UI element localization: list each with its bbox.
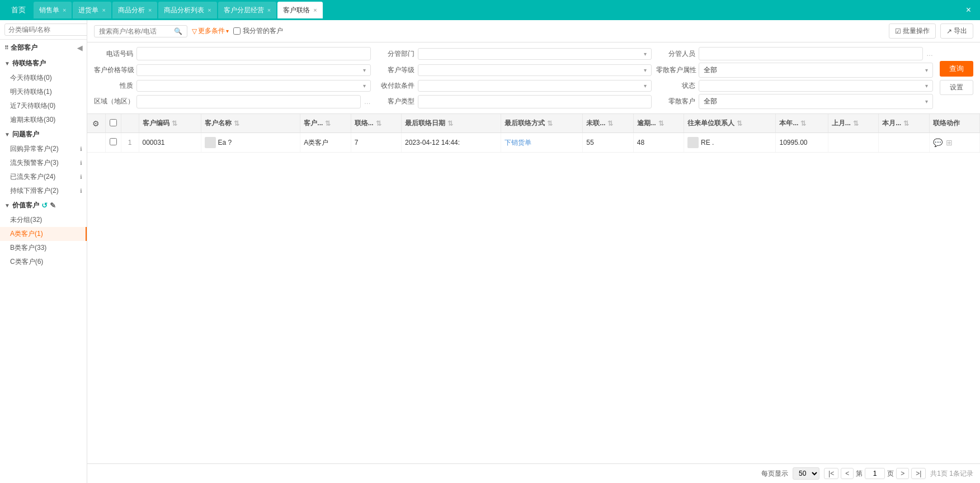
payment-select[interactable]: ▾ [418, 80, 652, 92]
tab-customer-segment[interactable]: 客户分层经营 × [218, 2, 276, 18]
tab-product-analysis-list[interactable]: 商品分析列表 × [158, 2, 216, 18]
app-close-button[interactable]: × [962, 5, 976, 15]
filter-price-level: 客户价格等级 ▾ [94, 63, 371, 78]
price-level-select[interactable]: ▾ [136, 64, 371, 76]
close-tab-sales[interactable]: × [63, 7, 66, 13]
row-type-cell: A类客户 [300, 133, 351, 153]
sidebar-item-overdue[interactable]: 逾期未联络(30) [0, 113, 87, 127]
filter-search-icon[interactable]: 🔍 [174, 27, 182, 35]
sidebar-item-ungroup[interactable]: 未分组(32) [0, 213, 87, 227]
row-code-cell: 000031 [139, 133, 201, 153]
sidebar-group-title-value[interactable]: ▼ 价值客户 ↺ ✎ [0, 198, 87, 213]
home-nav[interactable]: 首页 [4, 0, 32, 20]
sort-icon-no-contact[interactable]: ⇅ [607, 120, 613, 127]
sort-icon-overdue[interactable]: ⇅ [658, 120, 664, 127]
chat-action-icon[interactable]: 💬 [933, 138, 943, 147]
sort-icon-last-method[interactable]: ⇅ [547, 120, 553, 127]
sidebar-item-today[interactable]: 今天待联络(0) [0, 71, 87, 85]
my-customers-check-input[interactable] [233, 27, 241, 35]
close-tab-prod-analysis[interactable]: × [148, 7, 152, 13]
phone-input[interactable] [136, 47, 371, 60]
row-this-month-cell [879, 133, 929, 153]
person-more-icon[interactable]: … [926, 50, 933, 58]
chevron-down-icon: ▾ [226, 28, 229, 34]
sidebar-item-class-c[interactable]: C类客户(6) [0, 255, 87, 269]
settings-button[interactable]: 设置 [940, 80, 973, 95]
sidebar-item-churned[interactable]: 已流失客户(24) ℹ [0, 170, 87, 184]
close-tab-prod-list[interactable]: × [208, 7, 211, 13]
advanced-filter: 电话号码 分管部门 ▾ 分管人员 … [87, 42, 980, 114]
sort-icon-name[interactable]: ⇅ [234, 120, 239, 127]
tab-product-analysis[interactable]: 商品分析 × [112, 2, 157, 18]
dept-select[interactable]: ▾ [418, 48, 652, 60]
scatter-attr-select[interactable]: 全部 ▾ [699, 63, 933, 78]
col-overdue: 逾期...⇅ [633, 114, 684, 133]
export-button[interactable]: ↗ 导出 [940, 23, 973, 39]
sidebar-collapse-icon[interactable]: ◀ [77, 44, 82, 52]
batch-op-button[interactable]: ☑ 批量操作 [889, 23, 936, 39]
row-check-cell [105, 133, 121, 153]
prev-page-button[interactable]: < [841, 468, 854, 479]
sort-icon-last-month[interactable]: ⇅ [853, 120, 859, 127]
sidebar-item-class-a[interactable]: A类客户(1) [0, 227, 87, 241]
more-filters-button[interactable]: ▽ 更多条件 ▾ [192, 26, 229, 36]
filter-payment: 收付款条件 ▾ [375, 80, 652, 92]
sort-icon-visit[interactable]: ⇅ [737, 120, 742, 127]
scatter-cust-select[interactable]: 全部 ▾ [699, 94, 933, 109]
sidebar-group-pending: ▼ 待联络客户 今天待联络(0) 明天待联络(1) 近7天待联络(0) 逾期未联… [0, 56, 87, 127]
sort-icon-this-month[interactable]: ⇅ [903, 120, 909, 127]
info-icon-3: ℹ [80, 174, 82, 180]
status-select[interactable]: ▾ [699, 80, 933, 92]
filter-search-input[interactable] [99, 27, 172, 35]
grid-action-icon[interactable]: ⊞ [946, 138, 953, 147]
cust-level-select[interactable]: ▾ [418, 64, 652, 76]
sidebar-all-customers-header[interactable]: ⠿ 全部客户 ◀ [0, 40, 87, 56]
table-settings-button[interactable]: ⚙ [92, 119, 100, 128]
sort-icon-this-year[interactable]: ⇅ [800, 120, 806, 127]
first-page-button[interactable]: |< [824, 468, 838, 479]
sidebar-item-tomorrow[interactable]: 明天待联络(1) [0, 85, 87, 99]
col-action: 联络动作 [929, 114, 979, 133]
sidebar-item-repurchase-abnormal[interactable]: 回购异常客户(2) ℹ [0, 142, 87, 156]
page-number-input[interactable] [865, 468, 885, 479]
close-tab-contact[interactable]: × [313, 7, 317, 13]
query-button[interactable]: 查询 [940, 61, 973, 77]
last-method-link[interactable]: 下销货单 [505, 139, 531, 146]
select-all-checkbox[interactable] [110, 119, 117, 126]
person-input[interactable] [699, 47, 923, 60]
refresh-icon[interactable]: ↺ [41, 201, 48, 210]
cust-type-input[interactable] [418, 95, 652, 108]
sidebar-search-input[interactable] [4, 23, 87, 36]
sort-icon-last-date[interactable]: ⇅ [447, 120, 453, 127]
tab-sales-order[interactable]: 销售单 × [34, 2, 72, 18]
sidebar-group-title-pending[interactable]: ▼ 待联络客户 [0, 56, 87, 71]
col-last-method: 最后联络方式⇅ [501, 114, 583, 133]
sidebar-item-7days[interactable]: 近7天待联络(0) [0, 99, 87, 113]
col-last-month: 上月...⇅ [828, 114, 878, 133]
sidebar-item-class-b[interactable]: B类客户(33) [0, 241, 87, 255]
arrow-icon-3: ▼ [4, 202, 10, 209]
sort-icon-code[interactable]: ⇅ [172, 120, 177, 127]
edit-group-icon[interactable]: ✎ [50, 201, 56, 210]
sort-icon-contact[interactable]: ⇅ [376, 120, 381, 127]
region-input[interactable] [136, 95, 361, 108]
sidebar-item-declining[interactable]: 持续下滑客户(2) ℹ [0, 184, 87, 198]
sort-icon-type[interactable]: ⇅ [325, 120, 331, 127]
tab-purchase-order[interactable]: 进货单 × [73, 2, 111, 18]
filter-cust-level: 客户等级 ▾ [375, 63, 652, 78]
sidebar-group-title-problem[interactable]: ▼ 问题客户 [0, 127, 87, 142]
close-tab-purchase[interactable]: × [102, 7, 105, 13]
per-page-select[interactable]: 50 [793, 467, 819, 480]
next-page-button[interactable]: > [896, 468, 909, 479]
region-more-icon[interactable]: … [364, 98, 371, 106]
tab-customer-contact[interactable]: 客户联络 × [277, 2, 322, 18]
top-navigation: 首页 销售单 × 进货单 × 商品分析 × 商品分析列表 × 客户分层经营 × … [0, 0, 980, 20]
row-checkbox[interactable] [110, 138, 117, 145]
pagination-bar: 每页显示 50 |< < 第 页 > >| 共1页 1条记录 [87, 463, 980, 483]
table-row: 1 000031 Ea ? A类客户 [87, 133, 980, 153]
my-customers-checkbox[interactable]: 我分管的客户 [233, 26, 283, 36]
nature-select[interactable]: ▾ [136, 80, 371, 92]
close-tab-segment[interactable]: × [267, 7, 271, 13]
last-page-button[interactable]: >| [911, 468, 926, 479]
sidebar-item-churn-warning[interactable]: 流失预警客户(3) ℹ [0, 156, 87, 170]
